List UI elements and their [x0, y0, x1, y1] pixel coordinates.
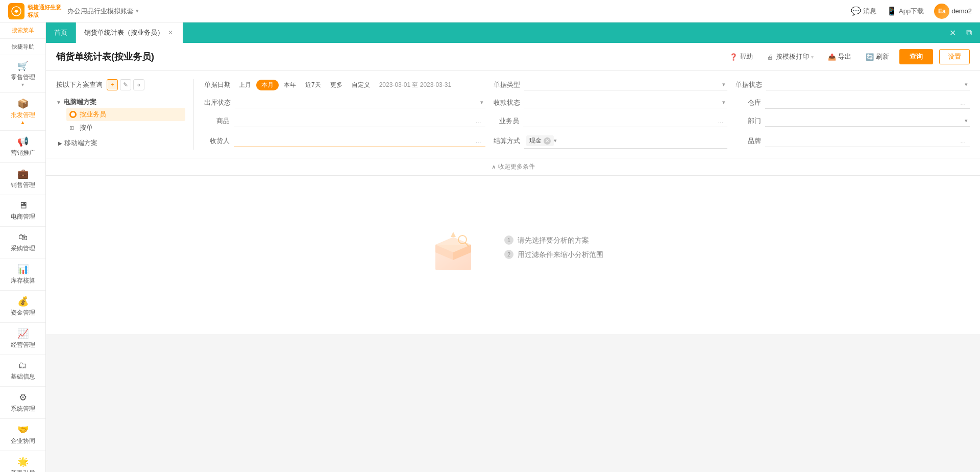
refresh-button[interactable]: 🔄 刷新	[862, 50, 893, 63]
receiver-label: 收货人	[204, 136, 230, 146]
sidebar-item-operations[interactable]: 📈 经营管理	[0, 323, 45, 355]
scheme-tree: ▼ 电脑端方案 按业务员	[56, 95, 185, 150]
scheme-pc-header[interactable]: ▼ 电脑端方案	[56, 97, 185, 108]
date-tab-lastmonth[interactable]: 上月	[235, 80, 255, 90]
department-select[interactable]: ▾	[765, 115, 970, 127]
mobile-triangle-icon: ▶	[58, 140, 62, 146]
sidebar-item-wholesale[interactable]: 📦 批发管理 ▲	[0, 93, 45, 131]
tab-close-icon[interactable]: ✕	[167, 29, 174, 36]
print-button[interactable]: 🖨 按模板打印 ▾	[763, 50, 818, 63]
pc-triangle-icon: ▼	[56, 100, 61, 105]
goods-select[interactable]: ...	[234, 115, 485, 127]
user-area[interactable]: Ea demo2	[934, 4, 972, 19]
page-content: 销货单统计表(按业务员) ❓ 帮助 🖨 按模板打印 ▾ 📤 导出	[46, 43, 980, 472]
sidebar-item-purchase[interactable]: 🛍 采购管理	[0, 227, 45, 258]
doc-type-arrow-icon: ▾	[722, 81, 725, 88]
tab-sales-stats[interactable]: 销货单统计表（按业务员） ✕	[76, 22, 183, 43]
scheme-collapse-button[interactable]: «	[133, 79, 144, 90]
print-dropdown-icon[interactable]: ▾	[811, 54, 814, 60]
date-tab-thismonth[interactable]: 本月	[256, 80, 279, 90]
sidebar-item-inventory[interactable]: 📊 库存核算	[0, 258, 45, 291]
sidebar-item-basic[interactable]: 🗂 基础信息	[0, 355, 45, 387]
export-button[interactable]: 📤 导出	[824, 50, 855, 63]
empty-icon-area: 1 请先选择要分析的方案 2 用过滤条件来缩小分析范围	[423, 217, 603, 278]
salesperson-dots: ...	[718, 117, 723, 125]
scheme-add-button[interactable]: +	[107, 79, 118, 90]
warehouse-dots: ...	[960, 99, 966, 106]
print-icon: 🖨	[767, 53, 774, 61]
sidebar-item-finance[interactable]: 💰 资金管理	[0, 291, 45, 323]
goods-field: 商品 ...	[204, 115, 485, 127]
retail-icon: 🛒	[17, 60, 29, 72]
doc-status-select[interactable]: ▾	[766, 79, 970, 90]
sidebar-item-enterprise[interactable]: 🤝 企业协同	[0, 419, 45, 451]
date-tab-7days[interactable]: 近7天	[301, 80, 325, 90]
app-download-button[interactable]: 📱 App下载	[887, 6, 924, 16]
scheme-title: 按以下方案查询 + ✎ «	[56, 79, 185, 90]
payment-status-label: 收款状态	[494, 98, 520, 107]
logo-area[interactable]: 畅捷通好生意 标版	[8, 3, 61, 19]
tab-home[interactable]: 首页	[46, 22, 76, 43]
collapse-bar[interactable]: ∧ 收起更多条件	[46, 158, 980, 176]
tab-restore-icon[interactable]: ⧉	[962, 26, 976, 39]
finance-icon: 💰	[17, 296, 29, 307]
breadcrumb-arrow-icon: ▾	[136, 8, 139, 14]
doc-type-label: 单据类型	[494, 80, 520, 89]
warehouse-select[interactable]: ...	[765, 97, 970, 109]
receiver-dots: ...	[476, 137, 481, 145]
sidebar-item-sales[interactable]: 💼 销售管理	[0, 163, 45, 195]
brand-select[interactable]: ...	[765, 135, 970, 147]
page-actions: ❓ 帮助 🖨 按模板打印 ▾ 📤 导出 🔄 刷新	[725, 49, 970, 64]
sidebar-item-marketing[interactable]: 📢 营销推广	[0, 131, 45, 163]
sidebar-item-retail[interactable]: 🛒 零售管理 ▾	[0, 55, 45, 93]
scheme-mobile-header[interactable]: ▶ 移动端方案	[56, 138, 185, 148]
settlement-tag-close[interactable]: ✕	[544, 137, 551, 145]
message-button[interactable]: 💬 消息	[851, 6, 876, 16]
system-icon: ⚙	[19, 392, 27, 403]
date-tabs: 上月 本月 本年 近7天 更多 自定义 2023-03-01 至 2023-03…	[235, 80, 451, 90]
salesperson-select[interactable]: ...	[523, 115, 728, 127]
filter-fields: 单据日期 上月 本月 本年 近7天 更多 自定义 2023-03-01 至 20…	[194, 79, 970, 150]
out-status-select[interactable]: ▾	[235, 97, 485, 108]
doc-status-field: 单据状态 ▾	[736, 79, 970, 90]
settlement-label: 结算方式	[494, 136, 520, 146]
newbie-icon: 🌟	[17, 456, 29, 467]
ecommerce-icon: 🖥	[18, 200, 28, 211]
goods-label: 商品	[204, 116, 230, 126]
scheme-item-order[interactable]: ⊞ 按单	[66, 121, 185, 134]
breadcrumb[interactable]: 办公用品行业模拟账套 ▾	[67, 7, 139, 16]
brand-dots: ...	[960, 137, 966, 145]
date-tab-custom[interactable]: 自定义	[348, 80, 374, 90]
doc-type-select[interactable]: ▾	[524, 79, 728, 90]
active-dot-inner	[71, 112, 75, 116]
avatar: Ea	[934, 4, 949, 19]
scheme-item-salesperson[interactable]: 按业务员	[66, 108, 185, 121]
date-tab-more[interactable]: 更多	[326, 80, 347, 90]
filter-scheme-panel: 按以下方案查询 + ✎ « ▼ 电脑端方案	[56, 79, 194, 150]
brand-label: 品牌	[736, 136, 761, 146]
collapse-button[interactable]: ∧ 收起更多条件	[492, 162, 535, 171]
sidebar-quicknav[interactable]: 快捷导航	[0, 39, 45, 55]
receiver-select[interactable]: ...	[234, 135, 485, 147]
person-icon: ⊞	[69, 125, 77, 131]
payment-status-select[interactable]: ▾	[524, 97, 728, 108]
pc-scheme-label: 电脑端方案	[63, 98, 96, 107]
sidebar-item-system[interactable]: ⚙ 系统管理	[0, 387, 45, 419]
sidebar-item-ecommerce[interactable]: 🖥 电商管理	[0, 195, 45, 227]
help-button[interactable]: ❓ 帮助	[725, 50, 757, 63]
settings-button[interactable]: 设置	[939, 49, 970, 64]
tab-close-window-icon[interactable]: ✕	[945, 26, 960, 40]
settlement-select[interactable]: 现金 ✕ ▾	[524, 133, 728, 149]
date-tab-thisyear[interactable]: 本年	[280, 80, 300, 90]
filter-panel: 按以下方案查询 + ✎ « ▼ 电脑端方案	[46, 71, 980, 158]
help-icon: ❓	[729, 53, 738, 61]
sidebar-item-newbie[interactable]: 🌟 新手引导	[0, 451, 45, 472]
out-status-arrow-icon: ▾	[480, 99, 483, 106]
department-label: 部门	[736, 116, 761, 126]
settlement-arrow-icon: ▾	[554, 137, 557, 144]
scheme-edit-button[interactable]: ✎	[120, 79, 131, 90]
query-button[interactable]: 查询	[899, 49, 933, 64]
header-right: 💬 消息 📱 App下载 Ea demo2	[851, 4, 972, 19]
filter-row-2: 出库状态 ▾ 收款状态 ▾	[204, 97, 970, 109]
sidebar-search[interactable]: 搜索菜单	[0, 22, 45, 39]
